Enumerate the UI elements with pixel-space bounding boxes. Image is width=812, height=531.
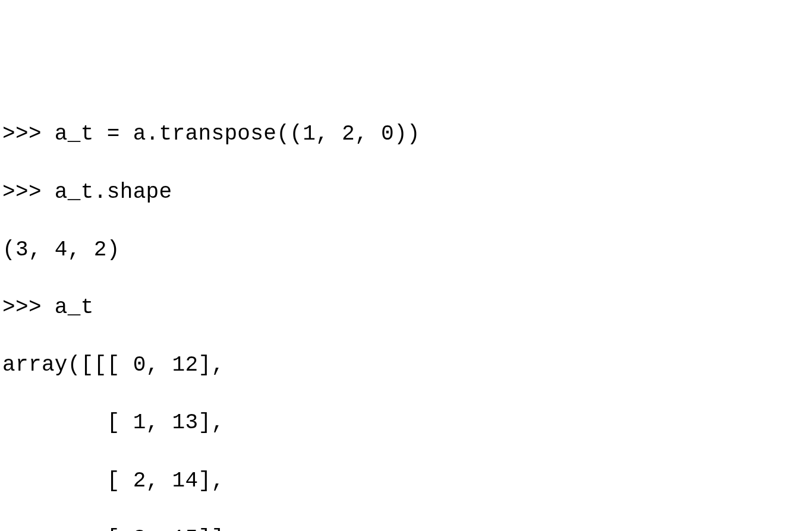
repl-output-line: [ 1, 13], (2, 409, 812, 438)
repl-output-line: [ 3, 15]], (2, 524, 812, 531)
repl-output-line: (3, 4, 2) (2, 236, 812, 265)
repl-output-line: array([[[ 0, 12], (2, 351, 812, 380)
repl-input-line: >>> a_t.shape (2, 178, 812, 207)
repl-input-line: >>> a_t = a.transpose((1, 2, 0)) (2, 120, 812, 149)
repl-input-line: >>> a_t (2, 293, 812, 323)
repl-output-line: [ 2, 14], (2, 467, 812, 496)
